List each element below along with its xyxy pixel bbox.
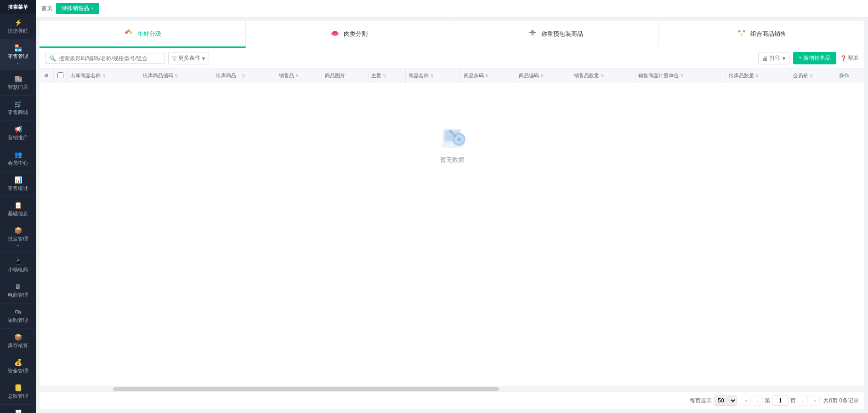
- tab-fresh-grade[interactable]: 生鲜分级: [40, 21, 246, 48]
- help-icon: ❓: [840, 55, 847, 62]
- sort-icon-10[interactable]: ⇅: [680, 74, 684, 78]
- sidebar: 搜索菜单 ⚡ 快捷导航 🏪 零售管理 ▲ 🏬 智慧门店 🛒 零售商城 📢 营销推…: [0, 0, 36, 413]
- fresh-grade-icon: [124, 28, 134, 40]
- sort-icon-7[interactable]: ⇅: [485, 74, 489, 78]
- sidebar-item-label: 电商管理: [8, 292, 28, 298]
- last-page-icon: »: [813, 398, 816, 403]
- sort-icon-3[interactable]: ⇅: [242, 74, 245, 78]
- sidebar-item-marketing[interactable]: 📢 营销推广: [0, 121, 36, 146]
- sidebar-item-quick-nav[interactable]: ⚡ 快捷导航: [0, 14, 36, 40]
- sidebar-item-inventory[interactable]: 📦 库存核算: [0, 329, 36, 354]
- th-product-name: 商品名称 ⇅: [405, 69, 460, 83]
- basic-info-icon: 📋: [14, 201, 22, 209]
- sidebar-item-retail-stats[interactable]: 📊 零售统计: [0, 172, 36, 197]
- sort-icon-9[interactable]: ⇅: [601, 74, 604, 78]
- last-page-button[interactable]: »: [810, 396, 820, 406]
- th-product-code: 商品编码 ⇅: [516, 69, 571, 83]
- search-icon: 🔍: [49, 55, 56, 62]
- th-main-weight: 主量 ⇅: [368, 69, 405, 83]
- horizontal-scrollbar[interactable]: [40, 386, 864, 391]
- ecommerce-mgmt-icon: 🖥: [15, 283, 21, 290]
- combo-sale-icon: [737, 28, 747, 40]
- tab-combo-sale[interactable]: 组合商品销售: [658, 21, 864, 48]
- sort-icon-8[interactable]: ⇅: [540, 74, 544, 78]
- search-input[interactable]: [59, 55, 151, 62]
- th-sales-unit: 销售商品计量单位 ⇅: [635, 69, 726, 83]
- chevron-down-icon: ▲: [16, 61, 20, 65]
- tab-fresh-grade-label: 生鲜分级: [137, 30, 161, 38]
- scrollbar-thumb[interactable]: [113, 387, 499, 391]
- home-tab[interactable]: 首页: [41, 5, 52, 12]
- prev-page-button[interactable]: ‹: [753, 396, 763, 406]
- th-sales-product: 销售品 ⇅: [276, 69, 322, 83]
- sidebar-item-member-center[interactable]: 👥 会员中心: [0, 146, 36, 172]
- table-body: 暂无数据: [40, 83, 864, 201]
- sidebar-logo-text: 搜索菜单: [2, 4, 34, 11]
- sidebar-item-label: 批发管理: [8, 235, 28, 242]
- filter-icon: ▽: [172, 55, 176, 62]
- sidebar-item-ecommerce-mgmt[interactable]: 🖥 电商管理: [0, 278, 36, 304]
- sidebar-item-invoice[interactable]: 🧾 发票管理: [0, 405, 36, 413]
- sort-icon-11[interactable]: ⇅: [755, 74, 759, 78]
- sidebar-item-finance[interactable]: 💰 资金管理: [0, 354, 36, 379]
- print-chevron-icon: ▾: [783, 55, 785, 62]
- chevron-down-icon-2: ▼: [16, 244, 20, 248]
- sort-icon-5[interactable]: ⇅: [383, 74, 386, 78]
- empty-text: 暂无数据: [440, 156, 464, 164]
- sort-icon-12[interactable]: ⇅: [810, 74, 813, 78]
- first-page-button[interactable]: «: [741, 396, 751, 406]
- sidebar-item-label: 采购管理: [8, 317, 28, 324]
- th-member-price: 会员价 ⇅: [790, 69, 836, 83]
- th-checkbox[interactable]: [53, 69, 67, 83]
- sort-icon-6[interactable]: ⇅: [430, 74, 434, 78]
- svg-rect-7: [531, 33, 534, 35]
- main-area: 首页 特殊销售品 × 生鲜分级: [36, 0, 868, 413]
- sort-icon-4[interactable]: ⇅: [295, 74, 299, 78]
- sidebar-item-purchase[interactable]: 🛍 采购管理: [0, 304, 36, 329]
- th-out-qty: 出库品数量 ⇅: [726, 69, 790, 83]
- filter-chevron-icon: ▾: [202, 55, 205, 62]
- th-out-product-name: 出库商品名称 ⇅: [67, 69, 140, 83]
- sort-icon[interactable]: ⇅: [102, 74, 106, 78]
- sidebar-logo[interactable]: 搜索菜单: [0, 0, 36, 14]
- tab-weight-pack[interactable]: 称重预包装商品: [452, 21, 658, 48]
- meat-cut-icon: [330, 28, 340, 40]
- smart-store-icon: 🏬: [14, 75, 22, 82]
- help-label: 帮助: [848, 54, 859, 62]
- add-label: + 新增销售品: [799, 54, 831, 62]
- active-tab[interactable]: 特殊销售品 ×: [56, 3, 99, 14]
- next-page-button[interactable]: ›: [798, 396, 808, 406]
- page-number-input[interactable]: [772, 396, 789, 406]
- print-button[interactable]: 🖨 打印 ▾: [758, 52, 789, 64]
- per-page-dropdown[interactable]: 50 10 20 100: [714, 396, 737, 406]
- sidebar-item-smart-store[interactable]: 🏬 智慧门店: [0, 70, 36, 96]
- invoice-icon: 🧾: [14, 409, 22, 413]
- sidebar-item-label: 零售统计: [8, 185, 28, 192]
- finance-icon: 💰: [14, 359, 22, 366]
- sidebar-item-mini-ecommerce[interactable]: 📱 小畅电商: [0, 253, 36, 278]
- add-sales-item-button[interactable]: + 新增销售品: [793, 52, 836, 64]
- first-page-icon: «: [744, 398, 747, 403]
- content-card: 生鲜分级 肉类分割 称: [40, 21, 864, 409]
- close-tab-button[interactable]: ×: [91, 6, 94, 11]
- th-gear[interactable]: ⚙: [40, 69, 53, 83]
- tab-meat-cut[interactable]: 肉类分割: [246, 21, 452, 48]
- select-all-checkbox[interactable]: [57, 72, 63, 78]
- sidebar-item-retail-mgmt[interactable]: 🏪 零售管理 ▲: [0, 40, 36, 70]
- retail-mall-icon: 🛒: [14, 100, 22, 108]
- sort-icon-2[interactable]: ⇅: [175, 74, 178, 78]
- filter-button[interactable]: ▽ 更多条件 ▾: [168, 52, 209, 64]
- sidebar-item-retail-mall[interactable]: 🛒 零售商城: [0, 96, 36, 121]
- data-table: ⚙ 出库商品名称 ⇅ 出库商: [40, 69, 864, 201]
- sidebar-item-general-ledger[interactable]: 📒 总账管理: [0, 379, 36, 405]
- table-header-row: ⚙ 出库商品名称 ⇅ 出库商: [40, 69, 864, 83]
- help-button[interactable]: ❓ 帮助: [840, 54, 859, 62]
- wholesale-icon: 📦: [14, 227, 22, 234]
- filter-label: 更多条件: [178, 54, 200, 62]
- sidebar-item-basic-info[interactable]: 📋 基础信息: [0, 197, 36, 222]
- member-center-icon: 👥: [14, 151, 22, 158]
- retail-stats-icon: 📊: [14, 176, 22, 184]
- search-box[interactable]: 🔍: [45, 53, 165, 64]
- pagination: 每页显示 50 10 20 100 « ‹ 第 页 ›: [40, 391, 864, 409]
- sidebar-item-wholesale[interactable]: 📦 批发管理 ▼: [0, 222, 36, 253]
